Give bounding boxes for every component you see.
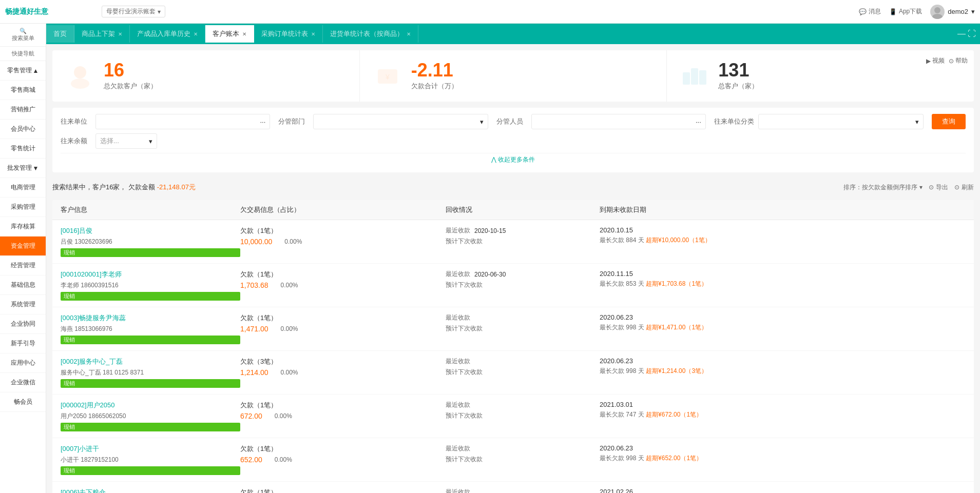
- tab-maximize-button[interactable]: ⛶: [968, 29, 976, 38]
- tab-minimize-button[interactable]: —: [957, 29, 966, 38]
- debt-amount-0: 10,000.00: [240, 238, 272, 246]
- sidebar-item-retail-management[interactable]: 零售管理 ▲: [0, 61, 46, 81]
- balance-arrow: ▾: [149, 137, 152, 145]
- refresh-icon: ⊙: [954, 184, 959, 191]
- overdue-amount-link-1[interactable]: 超期¥1,703.68（1笔）: [646, 280, 707, 287]
- last-collection-label-1: 最近收款: [446, 270, 470, 279]
- sidebar-item-purchase[interactable]: 采购管理: [0, 198, 46, 217]
- sidebar-item-enterprise-collab[interactable]: 企业协同: [0, 314, 46, 334]
- customer-name-4[interactable]: [000002]用户2050: [61, 401, 240, 410]
- sidebar-item-retail-stats[interactable]: 零售统计: [0, 139, 46, 159]
- sort-button[interactable]: 排序：按欠款金额倒序排序 ▾: [843, 183, 923, 192]
- purchase-label: 采购管理: [11, 203, 35, 210]
- sidebar-item-system[interactable]: 系统管理: [0, 295, 46, 314]
- debt-row-0: 10,000.00 0.00%: [240, 238, 446, 246]
- store-arrow-icon: ▾: [158, 8, 161, 15]
- svg-point-1: [932, 14, 943, 19]
- tab-customer-ledger[interactable]: 客户账本 ✕: [205, 25, 254, 43]
- page-content: 16 总欠款客户（家） ¥ -2.11 欠: [46, 44, 980, 493]
- sidebar-item-ecommerce[interactable]: 电商管理: [0, 178, 46, 198]
- sidebar-item-retail-store[interactable]: 零售商城: [0, 81, 46, 100]
- stat-card-total-owed: ¥ -2.11 欠款合计（万）: [360, 50, 667, 102]
- customer-name-5[interactable]: [0007]小进干: [61, 444, 240, 453]
- customer-tag-4: 现销: [61, 423, 240, 431]
- user-area[interactable]: demo2 ▾: [930, 5, 975, 19]
- stat-info-total-customers: 131 总客户（家）: [718, 61, 962, 91]
- store-selector[interactable]: 母婴行业演示账套 ▾: [102, 6, 165, 17]
- tab-customer-ledger-close[interactable]: ✕: [242, 31, 246, 37]
- store-name: 母婴行业演示账套: [106, 7, 156, 16]
- overdue-date-5: 2020.06.23: [600, 444, 966, 452]
- stats-row: 16 总欠款客户（家） ¥ -2.11 欠: [52, 50, 974, 102]
- overdue-date-2: 2020.06.23: [600, 313, 966, 321]
- tab-production-history[interactable]: 产成品入库单历史 ✕: [130, 25, 205, 43]
- sidebar-item-app-center[interactable]: 应用中心: [0, 353, 46, 373]
- debt-percent-0: 0.00%: [284, 238, 302, 245]
- col-header-debt: 欠交易信息（占比）: [240, 205, 446, 214]
- customer-info-6: [0006]去下粮仓 陈小帅 现销: [61, 488, 240, 493]
- refresh-button[interactable]: ⊙ 刷新: [954, 183, 974, 192]
- stat-icon-customers: [65, 61, 95, 91]
- branch-dept-input[interactable]: ▾: [313, 114, 488, 129]
- sidebar-item-member[interactable]: 畅会员: [0, 392, 46, 412]
- balance-select[interactable]: 选择... ▾: [95, 133, 157, 149]
- results-actions: 排序：按欠款金额倒序排序 ▾ ⊙ 导出 ⊙ 刷新: [843, 183, 974, 192]
- video-icon: ▶: [926, 57, 931, 65]
- customer-name-2[interactable]: [0003]畅捷服务尹海蕊: [61, 313, 240, 323]
- debt-row-4: 672.00 0.00%: [240, 412, 446, 420]
- overdue-amount-link-0[interactable]: 超期¥10,000.00（1笔）: [646, 236, 711, 244]
- unit-class-input[interactable]: ▾: [758, 114, 924, 129]
- customer-info-3: [0002]服务中心_丁磊 服务中心_丁磊 181 0125 8371 现销: [61, 357, 240, 388]
- sidebar-item-beginner-guide[interactable]: 新手引导: [0, 334, 46, 353]
- sidebar-item-member-center[interactable]: 会员中心: [0, 120, 46, 139]
- tab-purchase-summary[interactable]: 采购订单统计表 ✕: [254, 25, 323, 43]
- sidebar-search[interactable]: 🔍 搜索菜单: [0, 24, 46, 47]
- system-label: 系统管理: [11, 301, 35, 308]
- results-amount-value: -21,148.07元: [157, 183, 196, 191]
- customer-name-1[interactable]: [0001020001]李老师: [61, 270, 240, 279]
- last-collection-date-0: 2020-10-15: [474, 227, 506, 234]
- filter-row-2: 往来余额 选择... ▾: [61, 133, 966, 149]
- sidebar-item-wholesale-management[interactable]: 批发管理 ▼: [0, 159, 46, 178]
- tab-purchase-goods-summary[interactable]: 进货单统计表（按商品） ✕: [323, 25, 418, 43]
- overdue-amount-link-4[interactable]: 超期¥672.00（1笔）: [646, 411, 702, 418]
- customer-info-0: [0016]吕俊 吕俊 13026203696 现销: [61, 226, 240, 257]
- sidebar-item-finance[interactable]: 资金管理: [0, 236, 46, 256]
- sidebar-item-basic-info[interactable]: 基础信息: [0, 275, 46, 295]
- tab-purchase-goods-close[interactable]: ✕: [407, 31, 411, 37]
- search-button[interactable]: 查询: [932, 114, 966, 129]
- sidebar-item-inventory[interactable]: 库存核算: [0, 217, 46, 236]
- tab-purchase-summary-close[interactable]: ✕: [311, 31, 315, 37]
- branch-person-input[interactable]: ···: [531, 114, 706, 129]
- tab-product-listing[interactable]: 商品上下架 ✕: [74, 25, 130, 43]
- recovery-row-6: 最近收款: [446, 488, 600, 493]
- sidebar-quick-nav[interactable]: 快捷导航: [0, 47, 46, 61]
- download-icon: 📱: [889, 8, 897, 15]
- customer-name-6[interactable]: [0006]去下粮仓: [61, 488, 240, 493]
- overdue-info-3: 2020.06.23 最长欠款 998 天 超期¥1,214.00（3笔）: [600, 357, 966, 376]
- customer-name-3[interactable]: [0002]服务中心_丁磊: [61, 357, 240, 366]
- overdue-amount-link-3[interactable]: 超期¥1,214.00（3笔）: [646, 367, 707, 374]
- sidebar-item-enterprise-wechat[interactable]: 企业微信: [0, 373, 46, 392]
- recovery-info-0: 最近收款 2020-10-15 预计下次收款: [446, 226, 600, 246]
- sidebar-item-operations[interactable]: 经营管理: [0, 256, 46, 275]
- member-center-label: 会员中心: [11, 125, 35, 132]
- app-download-button[interactable]: 📱 App下载: [889, 7, 922, 16]
- help-button[interactable]: ⊙ 帮助: [949, 56, 968, 65]
- source-unit-input[interactable]: ···: [95, 114, 270, 129]
- message-button[interactable]: 💬 消息: [859, 7, 881, 16]
- sidebar-item-marketing[interactable]: 营销推广: [0, 100, 46, 120]
- tab-production-history-close[interactable]: ✕: [194, 31, 198, 37]
- overdue-amount-link-5[interactable]: 超期¥652.00（1笔）: [646, 455, 702, 462]
- export-button[interactable]: ⊙ 导出: [929, 183, 948, 192]
- overdue-date-3: 2020.06.23: [600, 357, 966, 365]
- overdue-amount-link-2[interactable]: 超期¥1,471.00（1笔）: [646, 324, 707, 331]
- tab-home[interactable]: 首页: [46, 25, 74, 43]
- debt-count-6: 欠款（1笔）: [240, 488, 446, 493]
- video-button[interactable]: ▶ 视频: [926, 56, 945, 65]
- customer-name-0[interactable]: [0016]吕俊: [61, 226, 240, 235]
- user-arrow-icon: ▾: [971, 8, 975, 15]
- filter-field-unit-class: 往来单位分类 ▾: [714, 114, 924, 129]
- tab-product-listing-close[interactable]: ✕: [118, 31, 122, 37]
- collapse-bar[interactable]: ⋀ 收起更多条件: [61, 153, 966, 166]
